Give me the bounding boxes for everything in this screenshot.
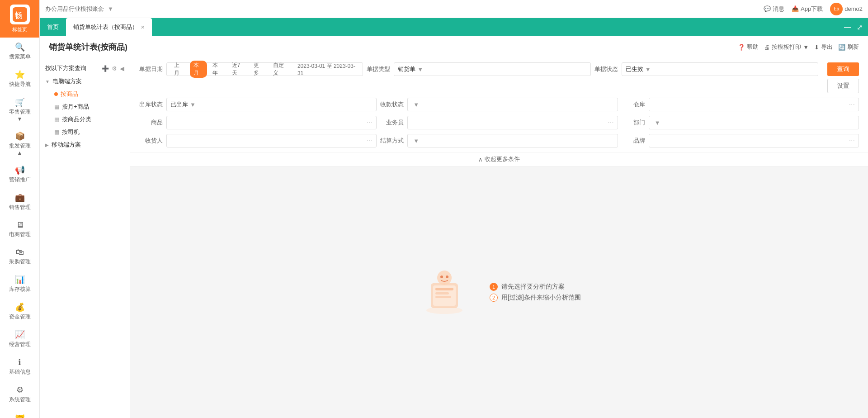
refresh-button[interactable]: 🔄 刷新 <box>838 43 859 51</box>
sidebar: 畅 标签页 🔍 搜索菜单 ⭐ 快捷导航 🛒 零售管理 ▼ 📦 批发管理 ▲ 📢 … <box>0 0 40 418</box>
date-tab-last-month[interactable]: 上月 <box>170 61 188 78</box>
enterprise-icon: 🤝 <box>15 413 25 418</box>
tab-minimize-icon[interactable]: — <box>842 21 853 33</box>
tree-arrow-down-icon: ▼ <box>45 79 50 84</box>
date-tab-this-year[interactable]: 本年 <box>209 61 226 78</box>
date-tab-7days[interactable]: 近7天 <box>228 61 249 78</box>
date-range-display: 2023-03-01 至 2023-03-31 <box>297 62 359 76</box>
svg-rect-7 <box>435 296 451 298</box>
export-icon: ⬇ <box>814 44 819 51</box>
template-print-button[interactable]: 🖨 按模板打印 ▼ <box>764 43 809 51</box>
add-scheme-icon[interactable]: ➕ <box>102 65 109 72</box>
tab-sales-stats-label: 销货单统计表（按商品） <box>73 23 138 31</box>
svg-rect-6 <box>435 292 449 294</box>
sales-icon: 💼 <box>15 193 25 203</box>
tree-item-by-month-goods[interactable]: ▦ 按月+商品 <box>45 100 130 113</box>
tree-item-by-goods[interactable]: 按商品 <box>45 88 130 100</box>
help-button[interactable]: ❓ 帮助 <box>738 43 759 51</box>
salesman-input[interactable]: ··· <box>407 116 618 129</box>
sidebar-item-operation[interactable]: 📈 经营管理 <box>0 325 39 353</box>
brand-input[interactable]: ··· <box>649 134 859 147</box>
sidebar-item-finance[interactable]: 💰 资金管理 <box>0 298 39 325</box>
sidebar-item-enterprise[interactable]: 🤝 企业协同 <box>0 408 39 418</box>
ecommerce-icon: 🖥 <box>16 220 24 230</box>
doc-type-dropdown-icon[interactable]: ▼ <box>417 66 423 73</box>
payment-dropdown-icon[interactable]: ▼ <box>413 138 419 144</box>
empty-state-content: 1 请先选择要分析的方案 2 用[过滤]条件来缩小分析范围 <box>417 265 581 319</box>
date-label: 单据日期 <box>139 65 166 73</box>
user-menu[interactable]: Ea demo2 <box>830 3 863 15</box>
message-button[interactable]: 💬 消息 <box>764 5 784 13</box>
grid-icon-1: ▦ <box>54 104 59 110</box>
date-tab-this-month[interactable]: 本月 <box>190 61 208 78</box>
salesman-dots-icon[interactable]: ··· <box>608 119 613 126</box>
message-icon: 💬 <box>764 5 771 12</box>
goods-dots-icon[interactable]: ··· <box>367 119 373 126</box>
sidebar-item-system[interactable]: ⚙ 系统管理 <box>0 380 39 408</box>
sidebar-item-purchase[interactable]: 🛍 采购管理 <box>0 243 39 270</box>
query-button[interactable]: 查询 <box>827 62 859 76</box>
recipient-input[interactable]: ··· <box>166 134 377 147</box>
tree-item-by-printer[interactable]: ▦ 按司机 <box>45 126 130 138</box>
tree-desktop-children: 按商品 ▦ 按月+商品 ▦ 按商品分类 ▦ 按司机 <box>40 88 130 138</box>
collapse-panel-icon[interactable]: ◀ <box>120 65 124 72</box>
salesman-row: 业务员 ··· <box>380 116 618 129</box>
app-download-button[interactable]: 📥 App下载 <box>792 5 823 13</box>
goods-input[interactable]: ··· <box>166 116 377 129</box>
tab-sales-stats[interactable]: 销货单统计表（按商品） ✕ <box>66 18 152 36</box>
search-icon: 🔍 <box>15 42 25 52</box>
department-input[interactable]: ▼ <box>649 116 859 129</box>
receipt-status-input[interactable]: ▼ <box>407 98 618 111</box>
doc-status-dropdown-icon[interactable]: ▼ <box>645 66 651 73</box>
tab-home[interactable]: 首页 <box>40 18 66 36</box>
app-subtitle: 标签页 <box>12 26 27 33</box>
sidebar-item-marketing[interactable]: 📢 营销推广 <box>0 161 39 188</box>
department-label: 部门 <box>622 119 649 127</box>
collapse-button[interactable]: ∧ 收起更多条件 <box>478 155 520 163</box>
receipt-status-dropdown-icon[interactable]: ▼ <box>413 101 419 108</box>
empty-illustration <box>417 265 472 319</box>
recipient-dots-icon[interactable]: ··· <box>367 137 373 144</box>
brand-dots-icon[interactable]: ··· <box>849 137 855 144</box>
tabbar: 首页 销货单统计表（按商品） ✕ — ⤢ <box>40 18 868 36</box>
doc-type-input[interactable]: 销货单 ▼ <box>394 62 590 76</box>
tree-parent-desktop[interactable]: ▼ 电脑端方案 <box>40 75 130 88</box>
sidebar-item-inventory[interactable]: 📊 库存核算 <box>0 270 39 298</box>
system-icon: ⚙ <box>16 385 24 395</box>
inventory-icon: 📊 <box>15 275 25 285</box>
tab-expand-icon[interactable]: ⤢ <box>855 21 864 33</box>
tree-parent-mobile[interactable]: ▶ 移动端方案 <box>40 138 130 151</box>
logo-area[interactable]: 畅 标签页 <box>0 0 39 38</box>
doc-status-input[interactable]: 已生效 ▼ <box>622 62 818 76</box>
date-input[interactable]: 上月 本月 本年 近7天 更多 自定义 2023-03-01 至 2023-03… <box>166 62 363 76</box>
settings-scheme-icon[interactable]: ⚙ <box>112 65 117 72</box>
payment-method-input[interactable]: ▼ <box>407 134 618 147</box>
department-dropdown-icon[interactable]: ▼ <box>655 119 660 126</box>
tab-close-icon[interactable]: ✕ <box>141 24 145 30</box>
sidebar-item-ecommerce[interactable]: 🖥 电商管理 <box>0 216 39 243</box>
sidebar-item-shortcut[interactable]: ⭐ 快捷导航 <box>0 65 39 93</box>
sidebar-item-sales[interactable]: 💼 销售管理 <box>0 188 39 216</box>
sidebar-item-search[interactable]: 🔍 搜索菜单 <box>0 38 39 65</box>
settings-button[interactable]: 设置 <box>827 79 859 93</box>
sidebar-item-basic[interactable]: ℹ 基础信息 <box>0 353 39 380</box>
tabbar-actions: — ⤢ <box>842 21 868 33</box>
account-title: 办公用品行业模拟账套 <box>45 5 104 13</box>
left-panel-header: 按以下方案查询 ➕ ⚙ ◀ <box>40 62 130 75</box>
sidebar-item-wholesale[interactable]: 📦 批发管理 ▲ <box>0 127 39 161</box>
sidebar-item-retail[interactable]: 🛒 零售管理 ▼ <box>0 93 39 127</box>
date-tab-more[interactable]: 更多 <box>250 61 268 78</box>
grid-icon-3: ▦ <box>54 129 59 135</box>
warehouse-input[interactable]: ··· <box>649 98 859 111</box>
export-button[interactable]: ⬇ 导出 <box>814 43 833 51</box>
out-status-dropdown-icon[interactable]: ▼ <box>190 101 196 108</box>
tree-item-by-goods-category[interactable]: ▦ 按商品分类 <box>45 113 130 126</box>
filter-row-4: 收货人 ··· 结算方式 ▼ <box>139 134 859 147</box>
date-tabs: 上月 本月 本年 近7天 更多 自定义 <box>170 61 292 78</box>
warehouse-dots-icon[interactable]: ··· <box>849 101 855 108</box>
dropdown-arrow-icon[interactable]: ▼ <box>108 5 113 12</box>
receipt-status-row: 收款状态 ▼ <box>380 98 618 111</box>
date-tab-custom[interactable]: 自定义 <box>269 61 292 78</box>
brand-row: 品牌 ··· <box>622 134 859 147</box>
out-status-input[interactable]: 已出库 ▼ <box>166 98 377 111</box>
